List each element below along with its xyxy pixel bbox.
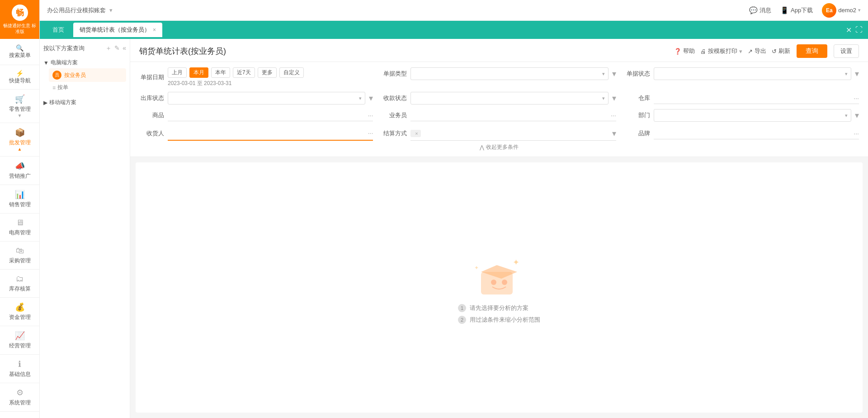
sidebar-item-basic[interactable]: ℹ 基础信息 bbox=[0, 355, 39, 383]
date-custom[interactable]: 自定义 bbox=[279, 67, 304, 78]
collapse-btn[interactable]: ⋀ 收起更多条件 bbox=[480, 143, 519, 151]
receiver-dots-btn[interactable]: ··· bbox=[368, 129, 373, 137]
right-panel: 销货单统计表(按业务员) ❓ 帮助 🖨 按模板打印 ▾ ↗ bbox=[130, 39, 868, 418]
brand-label: 品牌 bbox=[625, 129, 650, 138]
date-shortcuts: 上月 本月 本年 近7天 更多 自定义 bbox=[168, 67, 304, 78]
sidebar-system-label: 系统管理 bbox=[9, 399, 31, 407]
refresh-btn[interactable]: ↺ 刷新 bbox=[772, 47, 790, 55]
scheme-item-salesman[interactable]: 员 按业务员 bbox=[49, 68, 126, 82]
svg-point-2 bbox=[502, 280, 507, 285]
operations-icon: 📈 bbox=[15, 331, 25, 341]
sidebar-item-system[interactable]: ⚙ 系统管理 bbox=[0, 383, 39, 412]
app-download-btn[interactable]: 📱 App下载 bbox=[780, 6, 813, 14]
sidebar-item-sales[interactable]: 📊 销售管理 bbox=[0, 185, 39, 214]
sidebar-quick-nav[interactable]: ⚡ 快捷导航 bbox=[0, 65, 39, 90]
date-label: 单据日期 bbox=[139, 73, 164, 81]
dept-label: 部门 bbox=[625, 111, 650, 119]
scheme-sub-item-order[interactable]: ≡ 按单 bbox=[43, 82, 126, 93]
sidebar-operations-label: 经营管理 bbox=[9, 342, 31, 350]
app-download-icon: 📱 bbox=[780, 6, 789, 14]
date-this-month[interactable]: 本月 bbox=[189, 67, 208, 78]
collapse-panel-btn[interactable]: « bbox=[123, 44, 126, 52]
sidebar-item-collab[interactable]: 🤝 企业协同 bbox=[0, 412, 39, 418]
refresh-label: 刷新 bbox=[778, 47, 790, 55]
date-more[interactable]: 更多 bbox=[258, 67, 277, 78]
settle-tag: × bbox=[410, 130, 420, 137]
settle-input: × ▾ bbox=[410, 127, 616, 141]
scheme-mobile-label: 移动端方案 bbox=[49, 99, 76, 106]
settle-tag-close[interactable]: × bbox=[415, 131, 418, 136]
user-avatar: Ea bbox=[822, 3, 836, 18]
sidebar-item-marketing[interactable]: 📣 营销推广 bbox=[0, 157, 39, 185]
sidebar-item-operations[interactable]: 📈 经营管理 bbox=[0, 326, 39, 355]
tab-close-all-btn[interactable]: ✕ bbox=[846, 26, 852, 34]
query-label: 查询 bbox=[806, 47, 818, 54]
warehouse-dots-btn[interactable]: ··· bbox=[854, 95, 859, 102]
sidebar-item-retail[interactable]: 🛒 零售管理 ▼ bbox=[0, 90, 39, 123]
account-dropdown-icon[interactable]: ▾ bbox=[109, 7, 113, 14]
collapse-row: ⋀ 收起更多条件 bbox=[139, 143, 859, 151]
quick-nav-icon: ⚡ bbox=[2, 70, 37, 77]
message-btn[interactable]: 💬 消息 bbox=[749, 6, 771, 14]
left-panel-icons: ＋ ✎ « bbox=[105, 44, 126, 52]
wholesale-arrow: ▲ bbox=[18, 147, 22, 152]
query-btn[interactable]: 查询 bbox=[797, 44, 827, 58]
brand-dots-btn[interactable]: ··· bbox=[854, 130, 859, 137]
purchase-icon: 🛍 bbox=[16, 246, 24, 256]
sidebar-inventory-label: 库存核算 bbox=[9, 285, 31, 293]
salesman-dots-btn[interactable]: ··· bbox=[611, 112, 616, 119]
help-btn[interactable]: ❓ 帮助 bbox=[674, 47, 695, 55]
out-status-select[interactable] bbox=[168, 92, 365, 104]
scheme-mobile-title[interactable]: ▶ 移动端方案 bbox=[43, 97, 126, 108]
sidebar-item-inventory[interactable]: 🗂 库存核算 bbox=[0, 270, 39, 298]
receiver-input[interactable]: ··· bbox=[168, 126, 373, 141]
message-icon: 💬 bbox=[749, 6, 758, 14]
refresh-icon: ↺ bbox=[772, 48, 777, 55]
scheme-mobile-arrow: ▶ bbox=[43, 100, 47, 106]
sidebar-item-ecommerce[interactable]: 🖥 电商管理 bbox=[0, 214, 39, 242]
app-download-label: App下载 bbox=[791, 6, 813, 14]
order-status-select[interactable] bbox=[654, 67, 851, 80]
warehouse-input: ··· bbox=[654, 93, 859, 104]
salesman-label: 业务员 bbox=[382, 111, 407, 119]
wholesale-icon: 📦 bbox=[15, 128, 25, 138]
hint-text-1: 请先选择要分析的方案 bbox=[470, 304, 528, 312]
user-menu[interactable]: Ea demo2 ▾ bbox=[822, 3, 861, 18]
sidebar-search-menu[interactable]: 🔍 搜索菜单 bbox=[0, 39, 39, 65]
sidebar-item-purchase[interactable]: 🛍 采购管理 bbox=[0, 242, 39, 270]
goods-dots-btn[interactable]: ··· bbox=[368, 112, 373, 119]
sidebar-ecommerce-label: 电商管理 bbox=[9, 229, 31, 237]
brand-input: ··· bbox=[654, 128, 859, 139]
print-dropdown-icon: ▾ bbox=[739, 48, 742, 55]
collect-status-select[interactable] bbox=[410, 92, 608, 104]
edit-scheme-btn[interactable]: ✎ bbox=[114, 44, 120, 52]
tab-maximize-btn[interactable]: ⛶ bbox=[855, 26, 863, 34]
page-actions: ❓ 帮助 🖨 按模板打印 ▾ ↗ 导出 ↺ bbox=[674, 47, 790, 55]
tab-close-btn[interactable]: × bbox=[153, 27, 156, 33]
settings-label: 设置 bbox=[840, 48, 852, 54]
date-this-year[interactable]: 本年 bbox=[211, 67, 230, 78]
scheme-desktop-title[interactable]: ▼ 电脑端方案 bbox=[43, 57, 126, 68]
date-last-7[interactable]: 近7天 bbox=[233, 67, 255, 78]
tab-active[interactable]: 销货单统计表（按业务员） × bbox=[73, 23, 162, 37]
out-status-wrapper bbox=[168, 92, 365, 104]
scheme-order-label: 按单 bbox=[57, 84, 68, 91]
collect-status-icon: ▾ bbox=[612, 93, 616, 103]
order-type-select[interactable] bbox=[410, 67, 608, 80]
dept-select[interactable] bbox=[654, 109, 851, 122]
retail-arrow: ▼ bbox=[18, 113, 22, 118]
scheme-desktop-label: 电脑端方案 bbox=[51, 59, 78, 66]
add-scheme-btn[interactable]: ＋ bbox=[105, 44, 112, 52]
app-logo: 畅 畅捷通好生意 标准版 bbox=[0, 0, 40, 39]
order-type-label: 单据类型 bbox=[382, 70, 407, 78]
tab-bar-actions: ✕ ⛶ bbox=[846, 26, 863, 34]
receiver-text-input[interactable] bbox=[168, 128, 368, 138]
print-btn[interactable]: 🖨 按模板打印 ▾ bbox=[700, 47, 742, 55]
export-btn[interactable]: ↗ 导出 bbox=[748, 47, 766, 55]
tab-home[interactable]: 首页 bbox=[45, 26, 71, 34]
sidebar-item-wholesale[interactable]: 📦 批发管理 ▲ bbox=[0, 123, 39, 157]
date-last-month[interactable]: 上月 bbox=[168, 67, 187, 78]
settings-btn[interactable]: 设置 bbox=[834, 44, 859, 58]
collapse-label: 收起更多条件 bbox=[486, 143, 519, 151]
sidebar-item-finance[interactable]: 💰 资金管理 bbox=[0, 298, 39, 326]
